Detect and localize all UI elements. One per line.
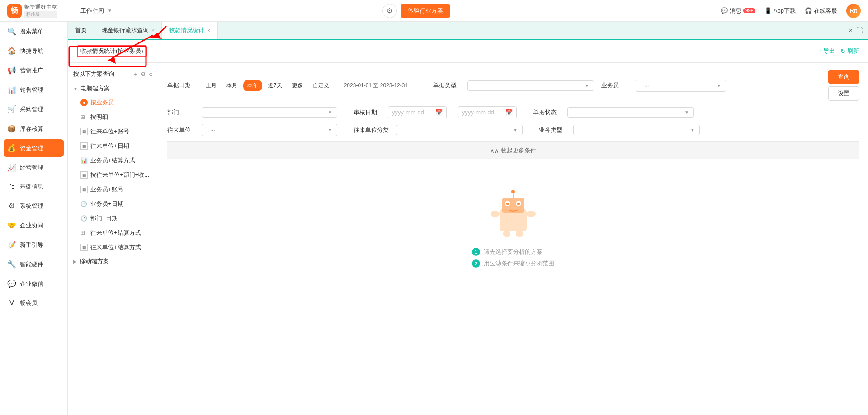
filter-row-2: 部门 ▼ 审核日期 yyyy-mm-dd 📅 — yyyy-mm-dd bbox=[167, 106, 859, 118]
filter-settings-button[interactable]: 设置 bbox=[828, 86, 859, 101]
date-opt-custom[interactable]: 自定义 bbox=[309, 80, 333, 91]
online-service-label: 在线客服 bbox=[814, 7, 837, 15]
scheme-settings-icon[interactable]: ⚙ bbox=[140, 71, 146, 78]
counterpart-select[interactable]: ··· ▼ bbox=[202, 124, 337, 136]
sidebar-item-system[interactable]: ⚙ 系统管理 bbox=[0, 196, 67, 216]
scheme-item-counterpart-date[interactable]: ▦ 往来单位+日期 bbox=[68, 139, 158, 153]
export-icon: ↑ bbox=[819, 48, 822, 55]
review-date-from-calendar-icon[interactable]: 📅 bbox=[435, 109, 443, 116]
scheme-item-by-salesman[interactable]: ● 按业务员 bbox=[68, 95, 158, 110]
date-opt-last-month[interactable]: 上月 bbox=[202, 80, 221, 91]
scheme-item-counterpart-dept[interactable]: ▦ 按往来单位+部门+收... bbox=[68, 168, 158, 182]
filter-row-1: 单据日期 上月 本月 本年 近7天 更多 自定义 2023-01-01 至 20… bbox=[167, 70, 859, 101]
scheme-add-icon[interactable]: + bbox=[134, 71, 137, 78]
biz-type-select[interactable]: ▼ bbox=[573, 125, 700, 135]
online-service-button[interactable]: 🎧 在线客服 bbox=[805, 7, 837, 15]
counterpart-category-select[interactable]: ▼ bbox=[396, 125, 523, 135]
tab-maximize-icon[interactable]: ⛶ bbox=[856, 27, 863, 34]
date-opt-this-year[interactable]: 本年 bbox=[243, 80, 262, 91]
mobile-scheme-group[interactable]: ▶ 移动端方案 bbox=[68, 255, 158, 268]
scheme-item-counterpart-settle2[interactable]: ▦ 往来单位+结算方式 bbox=[68, 240, 158, 255]
scheme-item-by-detail[interactable]: ⊞ 按明细 bbox=[68, 110, 158, 124]
date-opt-last-7[interactable]: 近7天 bbox=[264, 80, 286, 91]
sidebar-item-member[interactable]: V 畅会员 bbox=[0, 293, 67, 312]
workspace-dropdown-icon[interactable]: ▼ bbox=[108, 8, 112, 13]
scheme-item-salesman-settle[interactable]: 📊 业务员+结算方式 bbox=[68, 153, 158, 168]
message-button[interactable]: 💬 消息 99+ bbox=[721, 7, 755, 15]
sidebar-item-business[interactable]: 📈 经营管理 bbox=[0, 158, 67, 177]
scheme-item-counterpart-account[interactable]: ▦ 往来单位+账号 bbox=[68, 124, 158, 139]
review-date-to-calendar-icon[interactable]: 📅 bbox=[505, 109, 513, 116]
export-button[interactable]: ↑ 导出 bbox=[819, 47, 835, 55]
page-header: 收款情况统计(按业务员) ↑ 导出 ↻ 刷新 bbox=[68, 40, 868, 63]
trial-industry-button[interactable]: 体验行业方案 bbox=[401, 4, 450, 18]
sidebar-item-enterprise[interactable]: 🤝 企业协同 bbox=[0, 216, 67, 235]
smart-hw-icon: 🔧 bbox=[7, 260, 16, 269]
review-date-to[interactable]: yyyy-mm-dd 📅 bbox=[458, 106, 517, 118]
query-btn-area: 查询 设置 bbox=[828, 70, 859, 101]
date-range-text: 2023-01-01 至 2023-12-31 bbox=[344, 82, 408, 90]
tab-home[interactable]: 首页 bbox=[68, 22, 94, 39]
workspace-nav: 工作空间 ▼ bbox=[80, 7, 112, 15]
tab-collection-stats[interactable]: 收款情况统计 × bbox=[162, 22, 217, 39]
counterpart-dept-icon: ▦ bbox=[80, 171, 88, 179]
desktop-group-header[interactable]: ▼ 电脑端方案 bbox=[68, 82, 158, 95]
page-title: 收款情况统计(按业务员) bbox=[77, 45, 147, 57]
empty-hint-1: 1 请先选择要分析的方案 bbox=[472, 248, 554, 256]
hint-text-2: 用过滤条件来缩小分析范围 bbox=[484, 259, 554, 268]
wechat-icon: 💬 bbox=[7, 279, 16, 288]
sidebar-item-label: 销售管理 bbox=[20, 86, 43, 94]
query-button[interactable]: 查询 bbox=[828, 70, 859, 84]
message-label: 消息 bbox=[730, 7, 741, 15]
refresh-button[interactable]: ↻ 刷新 bbox=[840, 47, 859, 55]
biz-type-dropdown-icon: ▼ bbox=[690, 127, 695, 132]
date-opt-this-month[interactable]: 本月 bbox=[222, 80, 241, 91]
doc-status-select[interactable]: ▼ bbox=[567, 107, 694, 118]
tab-bank-flow[interactable]: 现金银行流水查询 × bbox=[94, 22, 162, 39]
sidebar-item-sales[interactable]: 📊 销售管理 bbox=[0, 80, 67, 99]
date-opt-more[interactable]: 更多 bbox=[288, 80, 307, 91]
header-settings-button[interactable]: ⚙ bbox=[382, 4, 397, 18]
review-date-from[interactable]: yyyy-mm-dd 📅 bbox=[388, 106, 447, 118]
scheme-item-salesman-account[interactable]: ▦ 业务员+账号 bbox=[68, 182, 158, 197]
empty-robot-illustration bbox=[486, 186, 540, 241]
sidebar-item-purchase[interactable]: 🛒 采购管理 bbox=[0, 99, 67, 119]
scheme-item-counterpart-settle1[interactable]: ⊞ 往来单位+结算方式 bbox=[68, 226, 158, 240]
doc-type-dropdown-icon: ▼ bbox=[585, 83, 589, 88]
scheme-collapse-icon[interactable]: « bbox=[149, 71, 152, 78]
sidebar-item-guide[interactable]: 📝 新手引导 bbox=[0, 235, 67, 255]
salesman-more-dots[interactable]: ··· bbox=[644, 82, 649, 89]
tab-close-all-icon[interactable]: × bbox=[849, 27, 853, 34]
hint-num-2: 2 bbox=[472, 259, 480, 268]
scheme-item-label: 往来单位+结算方式 bbox=[90, 229, 141, 237]
edition-badge: 标准版 bbox=[24, 11, 57, 18]
service-icon: 🎧 bbox=[805, 7, 812, 14]
salesman-date-icon: 🕐 bbox=[80, 201, 88, 207]
scheme-item-salesman-date[interactable]: 🕐 业务员+日期 bbox=[68, 197, 158, 211]
sidebar-item-smart-hw[interactable]: 🔧 智能硬件 bbox=[0, 255, 67, 274]
app-download-button[interactable]: 📱 App下载 bbox=[764, 7, 796, 15]
sidebar-item-search-menu[interactable]: 🔍 搜索菜单 bbox=[0, 22, 67, 41]
counterpart-more-dots[interactable]: ··· bbox=[210, 127, 215, 133]
user-avatar[interactable]: Rit bbox=[846, 4, 861, 18]
robot-svg bbox=[486, 186, 540, 241]
sidebar-item-label: 新手引导 bbox=[20, 241, 43, 249]
svg-point-5 bbox=[517, 203, 520, 205]
salesman-label: 业务员 bbox=[601, 81, 628, 90]
salesman-select[interactable]: ··· ▼ bbox=[636, 80, 726, 92]
sidebar-item-marketing[interactable]: 📢 营销推广 bbox=[0, 61, 67, 80]
sidebar-item-basic-info[interactable]: 🗂 基础信息 bbox=[0, 177, 67, 196]
sidebar-item-wechat[interactable]: 💬 企业微信 bbox=[0, 274, 67, 293]
scheme-item-dept-date[interactable]: 🕐 部门+日期 bbox=[68, 211, 158, 226]
tab-bank-flow-close[interactable]: × bbox=[151, 28, 154, 33]
tab-collection-stats-close[interactable]: × bbox=[207, 28, 210, 33]
sidebar-item-fund[interactable]: 💰 资金管理 bbox=[4, 139, 64, 157]
collapse-bar[interactable]: ∧∧ 收起更多条件 bbox=[167, 141, 859, 159]
sidebar-item-quick-nav[interactable]: 🏠 快捷导航 bbox=[0, 41, 67, 61]
doc-type-select[interactable]: ▼ bbox=[467, 80, 594, 91]
dept-select[interactable]: ▼ bbox=[202, 107, 337, 118]
counterpart-category-label: 往来单位分类 bbox=[354, 126, 389, 134]
hint-text-1: 请先选择要分析的方案 bbox=[484, 248, 542, 256]
svg-rect-11 bbox=[516, 231, 523, 237]
sidebar-item-inventory[interactable]: 📦 库存核算 bbox=[0, 119, 67, 138]
